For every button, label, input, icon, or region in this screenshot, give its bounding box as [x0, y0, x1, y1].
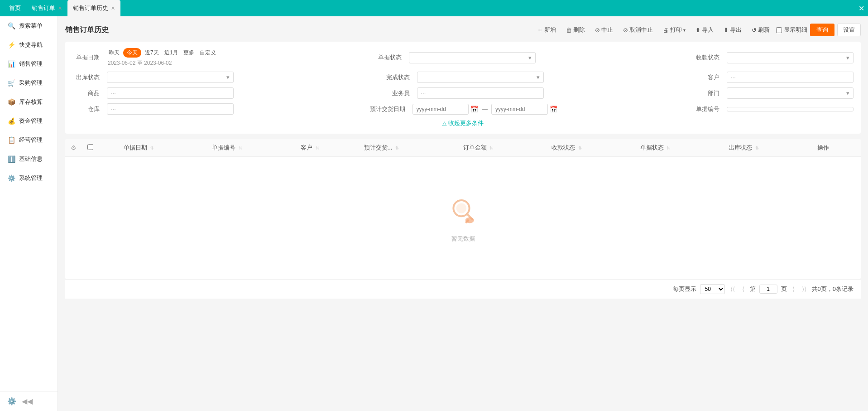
out-status-input[interactable]: ▾ — [107, 72, 234, 83]
cancel-stop-icon: ⊘ — [623, 27, 628, 34]
purchase-mgmt-icon: 🛒 — [7, 79, 15, 87]
sidebar-item-quick-nav-label: 快捷导航 — [19, 41, 43, 49]
refresh-label: 刷新 — [758, 26, 770, 34]
th-order-no: 单据编号 ⇅ — [206, 139, 295, 157]
cancel-stop-label: 取消中止 — [629, 26, 653, 34]
th-amount-sort[interactable]: ⇅ — [489, 145, 493, 150]
calendar-to-icon[interactable]: 📅 — [550, 106, 557, 113]
pagination-bar: 每页显示 50 10 20 100 ⟨⟨ ⟨ 第 页 ⟩ ⟩⟩ 共0页，0条记录 — [65, 279, 861, 299]
filter-row-3: 商品 ··· 业务员 ··· 部门 ▾ — [72, 87, 854, 99]
salesperson-input[interactable]: ··· — [417, 87, 544, 99]
settings-label: 设置 — [843, 26, 855, 33]
shortcut-today[interactable]: 今天 — [123, 48, 141, 58]
sidebar-item-search-menu[interactable]: 🔍 搜索菜单 — [0, 16, 58, 35]
complete-status-input[interactable]: ▾ — [417, 72, 544, 83]
order-no-input[interactable] — [727, 107, 854, 111]
order-status-input[interactable]: ▾ — [409, 52, 536, 63]
settings-button[interactable]: 设置 — [837, 24, 861, 36]
sidebar-item-inventory[interactable]: 📦 库存核算 — [0, 92, 58, 111]
tab-sales-order-close[interactable]: ✕ — [58, 5, 62, 11]
sidebar-item-quick-nav[interactable]: ⚡ 快捷导航 — [0, 35, 58, 54]
shortcut-custom[interactable]: 自定义 — [198, 48, 218, 58]
sidebar-item-finance[interactable]: 💰 资金管理 — [0, 111, 58, 131]
page-size-select[interactable]: 50 10 20 100 — [700, 284, 725, 294]
sidebar-item-basic-info-label: 基础信息 — [19, 155, 43, 163]
empty-state-row: 暂无数据 — [65, 157, 861, 280]
shortcut-yesterday[interactable]: 昨天 — [107, 48, 121, 58]
department-input[interactable]: ▾ — [727, 87, 854, 99]
payment-status-input[interactable]: ▾ — [727, 52, 854, 63]
th-expected-date-sort[interactable]: ⇅ — [395, 145, 399, 150]
warehouse-input[interactable]: ··· — [107, 103, 234, 115]
tab-sales-order-history-close[interactable]: ✕ — [111, 5, 115, 11]
cancel-stop-button[interactable]: ⊘ 取消中止 — [619, 24, 657, 36]
print-chevron: ▾ — [683, 28, 686, 33]
import-button[interactable]: ⬆ 导入 — [692, 24, 717, 36]
last-page-button[interactable]: ⟩⟩ — [800, 285, 808, 294]
sidebar-item-operations[interactable]: 📋 经营管理 — [0, 131, 58, 150]
page-number-input[interactable] — [759, 285, 777, 294]
stop-button[interactable]: ⊘ 中止 — [591, 24, 617, 36]
th-order-no-sort[interactable]: ⇅ — [239, 145, 242, 150]
th-order-status-sort[interactable]: ⇅ — [667, 145, 670, 150]
date-from-input[interactable] — [412, 104, 469, 115]
shortcut-last-month[interactable]: 近1月 — [163, 48, 180, 58]
inventory-icon: 📦 — [7, 98, 15, 106]
next-page-button[interactable]: ⟩ — [791, 285, 796, 294]
prev-page-button[interactable]: ⟨ — [740, 285, 746, 294]
select-all-checkbox[interactable] — [87, 144, 93, 150]
customer-input[interactable]: ··· — [727, 72, 854, 83]
show-details-input[interactable] — [776, 27, 782, 33]
th-order-no-label: 单据编号 — [212, 144, 235, 151]
tab-sales-order[interactable]: 销售订单 ✕ — [26, 0, 67, 16]
refresh-icon: ↺ — [752, 27, 757, 34]
th-out-status-sort[interactable]: ⇅ — [755, 145, 759, 150]
shortcut-more[interactable]: 更多 — [182, 48, 196, 58]
query-button[interactable]: 查询 — [810, 24, 834, 36]
sidebar-bottom: ⚙️ ◀◀ — [0, 391, 58, 411]
data-table: ⚙ 单据日期 ⇅ 单据编号 ⇅ — [65, 139, 861, 279]
sidebar-item-sales-mgmt[interactable]: 📊 销售管理 — [0, 54, 58, 73]
show-details-label: 显示明细 — [784, 26, 807, 34]
sidebar-item-basic-info[interactable]: ℹ️ 基础信息 — [0, 150, 58, 169]
date-to-input[interactable] — [491, 104, 548, 115]
th-amount-label: 订单金额 — [463, 144, 487, 151]
finance-icon: 💰 — [7, 117, 15, 125]
export-button[interactable]: ⬇ 导出 — [720, 24, 745, 36]
close-window-icon[interactable]: ✕ — [858, 4, 864, 13]
page-size-label: 每页显示 — [673, 285, 696, 293]
payment-status-label: 收款状态 — [692, 53, 719, 62]
th-payment-status-sort[interactable]: ⇅ — [578, 145, 582, 150]
table-settings-icon[interactable]: ⚙ — [71, 144, 77, 151]
tab-home[interactable]: 首页 — [4, 0, 26, 16]
import-label: 导入 — [702, 26, 714, 34]
th-customer-sort[interactable]: ⇅ — [316, 145, 319, 150]
product-dots: ··· — [111, 90, 116, 97]
payment-status-chevron: ▾ — [846, 54, 849, 61]
new-button[interactable]: ＋ 新增 — [533, 24, 560, 36]
toolbar: ＋ 新增 🗑 删除 ⊘ 中止 ⊘ 取消中止 🖨 打印 — [533, 24, 861, 36]
print-button[interactable]: 🖨 打印 ▾ — [659, 24, 689, 36]
date-separator: — — [480, 106, 489, 112]
sidebar-item-operations-label: 经营管理 — [19, 136, 43, 144]
tab-sales-order-history-label: 销售订单历史 — [73, 4, 108, 12]
shortcut-last7[interactable]: 近7天 — [143, 48, 161, 58]
calendar-from-icon[interactable]: 📅 — [470, 106, 478, 113]
tab-sales-order-history[interactable]: 销售订单历史 ✕ — [67, 0, 120, 16]
product-input[interactable]: ··· — [107, 87, 234, 99]
sidebar-item-sys-mgmt[interactable]: ⚙️ 系统管理 — [0, 169, 58, 188]
first-page-button[interactable]: ⟨⟨ — [729, 285, 737, 294]
sidebar-item-purchase-mgmt[interactable]: 🛒 采购管理 — [0, 73, 58, 92]
table-wrapper: ⚙ 单据日期 ⇅ 单据编号 ⇅ — [65, 139, 861, 279]
out-status-chevron: ▾ — [226, 74, 230, 81]
sidebar-item-inventory-label: 库存核算 — [19, 98, 43, 106]
refresh-button[interactable]: ↺ 刷新 — [748, 24, 773, 36]
order-status-label: 单据状态 — [374, 53, 402, 62]
collapse-row[interactable]: △ 收起更多条件 — [72, 119, 854, 127]
empty-icon — [445, 193, 481, 229]
delete-button[interactable]: 🗑 删除 — [562, 24, 589, 36]
sidebar-collapse-icon[interactable]: ◀◀ — [22, 397, 33, 406]
show-details-checkbox[interactable]: 显示明细 — [776, 26, 807, 34]
sidebar-settings-icon[interactable]: ⚙️ — [7, 397, 16, 406]
th-date-sort[interactable]: ⇅ — [150, 145, 153, 150]
